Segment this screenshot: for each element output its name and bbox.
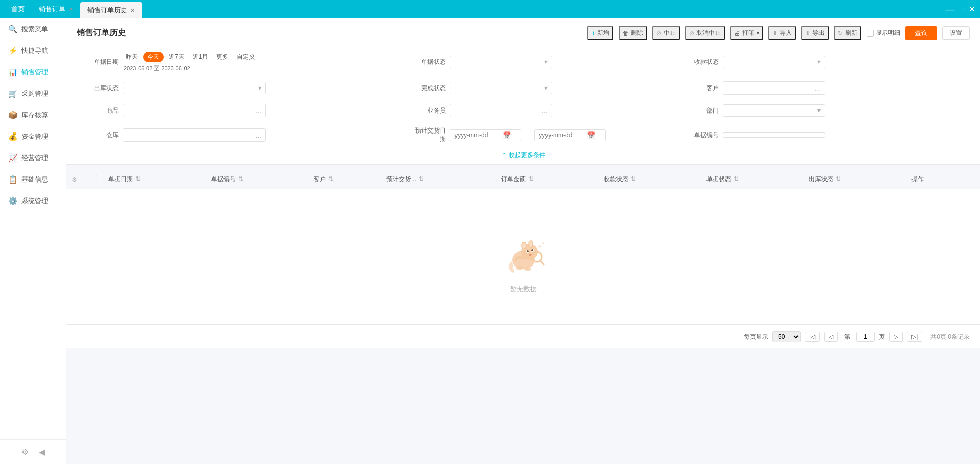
display-detail-checkbox[interactable]: 显示明细	[867, 29, 900, 37]
bill-no-input[interactable]	[723, 132, 825, 138]
th-settings[interactable]: ⚙	[66, 170, 85, 189]
purchase-icon: 🛒	[8, 89, 17, 98]
table-gear-icon[interactable]: ⚙	[72, 176, 77, 183]
calendar-start-icon[interactable]: 📅	[503, 131, 511, 139]
sidebar-item-purchase[interactable]: 🛒 采购管理	[0, 83, 66, 104]
filter-row-2: 出库状态 ▾ 完成状态 ▾ 客户	[77, 77, 970, 95]
query-button[interactable]: 查询	[905, 26, 937, 40]
calendar-end-icon[interactable]: 📅	[587, 131, 595, 139]
sort-receipt-icon[interactable]: ⇅	[631, 175, 636, 183]
page-number-input[interactable]	[856, 332, 875, 342]
salesman-input[interactable]: ...	[450, 104, 552, 117]
expected-date-start[interactable]	[454, 131, 500, 139]
expected-date-start-wrap[interactable]: 📅	[450, 129, 521, 141]
warehouse-dots[interactable]: ...	[255, 131, 261, 139]
filter-out-status-section: 出库状态 ▾	[87, 82, 414, 94]
sidebar-settings-icon[interactable]: ⚙	[21, 447, 29, 457]
th-expected-date: 预计交货... ⇅	[381, 170, 496, 189]
select-all-checkbox[interactable]	[90, 175, 97, 182]
tab-sales-order-label: 销售订单	[39, 5, 65, 14]
date-btn-yesterday[interactable]: 昨天	[123, 52, 141, 62]
prev-page-button[interactable]: ◁	[824, 332, 838, 342]
stop-button[interactable]: ⊘ 中止	[652, 26, 680, 40]
cancel-stop-button[interactable]: ⊘ 取消中止	[685, 26, 725, 40]
sort-out-icon[interactable]: ⇅	[836, 175, 841, 183]
receipt-status-label: 收款状态	[687, 58, 723, 67]
date-btn-more[interactable]: 更多	[213, 52, 232, 62]
refresh-button[interactable]: ↻ 刷新	[834, 26, 861, 40]
goods-dots[interactable]: ...	[255, 106, 261, 115]
tab-sales-history-close[interactable]: ✕	[130, 7, 135, 14]
tab-sales-order[interactable]: 销售订单 ✕	[32, 0, 80, 18]
next-page-button[interactable]: ▷	[889, 332, 903, 342]
dept-select[interactable]: ▾	[723, 104, 825, 117]
date-range-text: 2023-06-02 至 2023-06-02	[123, 64, 258, 72]
settings-button[interactable]: 设置	[942, 26, 970, 40]
customer-input[interactable]: ...	[723, 81, 825, 95]
minimize-icon[interactable]: —	[945, 4, 954, 15]
bill-status-select[interactable]: ▾	[450, 56, 552, 68]
expected-date-end-wrap[interactable]: 📅	[534, 129, 606, 141]
sort-date-icon[interactable]: ⇅	[135, 175, 141, 183]
sort-expected-icon[interactable]: ⇅	[419, 175, 424, 183]
sidebar-item-system[interactable]: ⚙️ 系统管理	[0, 190, 66, 212]
out-status-select[interactable]: ▾	[123, 82, 266, 94]
detail-cb[interactable]	[867, 30, 874, 37]
sort-billno-icon[interactable]: ⇅	[238, 175, 243, 183]
collapse-up-icon: ⌃	[502, 152, 507, 159]
tab-sales-history[interactable]: 销售订单历史 ✕	[80, 2, 142, 18]
tab-home[interactable]: 首页	[4, 0, 32, 18]
empty-state: ✦ ✦ 暂无数据	[66, 189, 980, 324]
complete-status-select[interactable]: ▾	[450, 82, 552, 94]
sort-customer-icon[interactable]: ⇅	[328, 175, 333, 183]
sort-bill-icon[interactable]: ⇅	[734, 175, 739, 183]
salesman-dots[interactable]: ...	[541, 106, 548, 115]
date-btn-today[interactable]: 今天	[143, 52, 164, 62]
sidebar-collapse-icon[interactable]: ◀	[39, 447, 45, 457]
svg-line-12	[540, 260, 544, 264]
svg-text:✦: ✦	[538, 244, 542, 249]
date-btn-7days[interactable]: 近7天	[166, 52, 188, 62]
top-bar: 首页 销售订单 ✕ 销售订单历史 ✕ — □ ✕	[0, 0, 980, 18]
page-size-label: 每页显示	[744, 333, 768, 341]
date-btn-custom[interactable]: 自定义	[234, 52, 258, 62]
sidebar-item-finance[interactable]: 💰 资金管理	[0, 126, 66, 147]
warehouse-input[interactable]: ...	[123, 128, 266, 142]
delete-button[interactable]: 🗑 删除	[619, 26, 647, 40]
add-button[interactable]: + 新增	[587, 26, 613, 40]
empty-svg: ✦ ✦	[498, 230, 549, 276]
sidebar-item-inventory[interactable]: 📦 库存核算	[0, 104, 66, 126]
sidebar-item-search[interactable]: 🔍 搜索菜单	[0, 18, 66, 40]
filter-bill-status-section: 单据状态 ▾	[414, 56, 687, 68]
filter-row-3: 商品 ... 业务员 ... 部门	[77, 100, 970, 117]
goods-input[interactable]: ...	[123, 104, 266, 117]
collapse-row[interactable]: ⌃ 收起更多条件	[77, 149, 970, 164]
sidebar-item-base[interactable]: 📋 基础信息	[0, 169, 66, 190]
tab-sales-order-close[interactable]: ✕	[69, 6, 73, 13]
sidebar-item-quicknav[interactable]: ⚡ 快捷导航	[0, 40, 66, 61]
sidebar-item-business[interactable]: 📈 经营管理	[0, 147, 66, 169]
th-checkbox[interactable]	[85, 170, 103, 189]
collapse-label[interactable]: 收起更多条件	[509, 151, 545, 160]
date-range-separator: —	[525, 131, 531, 139]
export-button[interactable]: ⬇ 导出	[801, 26, 829, 40]
import-button[interactable]: ⬆ 导入	[768, 26, 796, 40]
window-close-icon[interactable]: ✕	[968, 4, 976, 15]
sort-amount-icon[interactable]: ⇅	[529, 175, 534, 183]
date-btn-1month[interactable]: 近1月	[190, 52, 212, 62]
maximize-icon[interactable]: □	[959, 4, 964, 15]
business-icon: 📈	[8, 153, 17, 163]
svg-point-14	[524, 267, 531, 271]
page-size-select[interactable]: 50 10 20 100	[772, 331, 801, 342]
last-page-button[interactable]: ▷|	[907, 332, 922, 342]
print-button[interactable]: 🖨 打印 ▾	[730, 26, 763, 40]
quicknav-icon: ⚡	[8, 46, 17, 55]
refresh-icon: ↻	[838, 30, 843, 37]
th-bill-status: 单据状态 ⇅	[701, 170, 804, 189]
customer-dots[interactable]: ...	[814, 84, 821, 92]
filter-area: 单据日期 昨天 今天 近7天 近1月 更多 自定义 2023-06-02 至 2…	[77, 48, 970, 164]
sidebar-item-sales[interactable]: 📊 销售管理	[0, 61, 66, 83]
first-page-button[interactable]: |◁	[805, 332, 820, 342]
expected-date-end[interactable]	[539, 131, 585, 139]
receipt-status-select[interactable]: ▾	[723, 56, 825, 68]
